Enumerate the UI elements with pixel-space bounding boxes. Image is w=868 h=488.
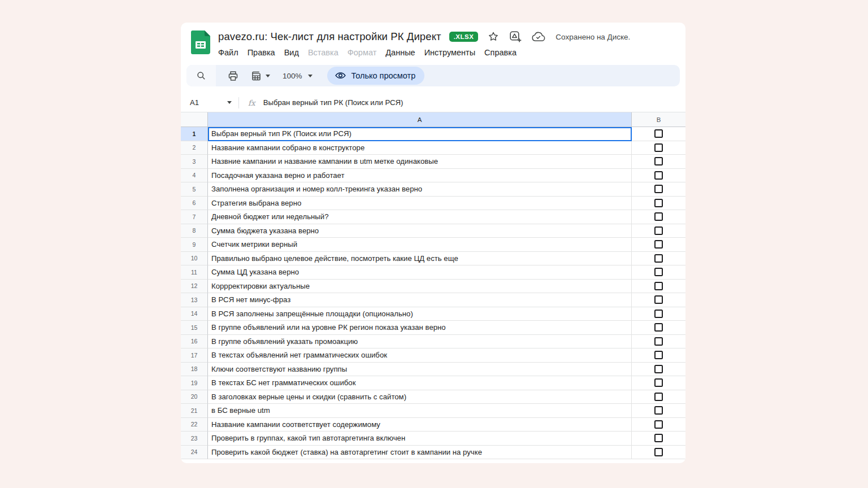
zoom-selector[interactable]: 100% — [283, 72, 313, 80]
cell-a6[interactable]: Стратегия выбрана верно — [208, 197, 632, 211]
cell-b7[interactable] — [632, 210, 685, 224]
checkbox[interactable] — [654, 393, 663, 401]
checkbox[interactable] — [654, 420, 663, 429]
print-button[interactable] — [227, 70, 239, 82]
checkbox[interactable] — [654, 323, 663, 332]
checkbox[interactable] — [654, 378, 663, 387]
row-header-9[interactable]: 9 — [181, 238, 208, 252]
checkbox[interactable] — [654, 199, 663, 207]
cell-a12[interactable]: Коррректировки актуальные — [208, 280, 632, 294]
checkbox[interactable] — [654, 254, 663, 263]
menu-item-1[interactable]: Файл — [214, 47, 243, 58]
menu-item-7[interactable]: Инструменты — [420, 47, 480, 58]
row-header-14[interactable]: 14 — [181, 307, 208, 321]
checkbox[interactable] — [654, 448, 663, 456]
cell-b8[interactable] — [632, 224, 685, 238]
menu-item-6[interactable]: Данные — [381, 47, 419, 58]
row-header-7[interactable]: 7 — [181, 210, 208, 224]
row-header-21[interactable]: 21 — [181, 404, 208, 418]
cell-a24[interactable]: Проверить какой бюджет (ставка) на автот… — [208, 446, 632, 460]
document-title[interactable]: pavezo.ru: Чек-лист для настройки РК Дир… — [218, 30, 441, 43]
row-header-15[interactable]: 15 — [181, 321, 208, 335]
row-header-24[interactable]: 24 — [181, 446, 208, 460]
cell-b4[interactable] — [632, 169, 685, 183]
checkbox[interactable] — [654, 185, 663, 193]
checkbox[interactable] — [654, 365, 663, 373]
row-header-10[interactable]: 10 — [181, 252, 208, 266]
cell-a22[interactable]: Название кампании соответствует содержим… — [208, 418, 632, 432]
sheets-logo-icon[interactable] — [191, 30, 210, 54]
menu-item-2[interactable]: Правка — [243, 47, 280, 58]
checkbox[interactable] — [654, 129, 663, 138]
checkbox[interactable] — [654, 143, 663, 152]
checkbox[interactable] — [654, 434, 663, 442]
add-shortcut-icon[interactable] — [509, 30, 522, 43]
cell-a4[interactable]: Посадочная указана верно и работает — [208, 169, 632, 183]
row-header-6[interactable]: 6 — [181, 197, 208, 211]
table-format-button[interactable] — [250, 70, 270, 82]
cell-a3[interactable]: Назвние кампании и название кампании в u… — [208, 155, 632, 169]
row-header-13[interactable]: 13 — [181, 293, 208, 307]
cell-a13[interactable]: В РСЯ нет минус-фраз — [208, 293, 632, 307]
row-header-16[interactable]: 16 — [181, 335, 208, 349]
checkbox[interactable] — [654, 240, 663, 249]
cell-b19[interactable] — [632, 376, 685, 390]
cloud-saved-icon[interactable] — [531, 30, 545, 43]
checkbox[interactable] — [654, 268, 663, 276]
cell-a11[interactable]: Сумма ЦД указана верно — [208, 265, 632, 280]
checkbox[interactable] — [654, 282, 663, 290]
row-header-4[interactable]: 4 — [181, 169, 208, 183]
checkbox[interactable] — [654, 351, 663, 359]
cell-b6[interactable] — [632, 197, 685, 211]
row-header-18[interactable]: 18 — [181, 363, 208, 377]
cell-b24[interactable] — [632, 446, 685, 460]
cell-a8[interactable]: Сумма бюджета указана верно — [208, 224, 632, 238]
star-icon[interactable] — [487, 30, 500, 43]
menu-item-8[interactable]: Справка — [480, 47, 521, 58]
cell-a20[interactable]: В заголовках верные цены и скидки (сравн… — [208, 390, 632, 404]
cell-b16[interactable] — [632, 335, 685, 349]
cell-b21[interactable] — [632, 404, 685, 418]
cell-a9[interactable]: Счетчик метрики верный — [208, 238, 632, 252]
checkbox[interactable] — [654, 157, 663, 165]
cell-a21[interactable]: в БС верные utm — [208, 404, 632, 418]
cell-b5[interactable] — [632, 182, 685, 197]
cell-b1[interactable] — [632, 127, 685, 141]
search-button[interactable] — [186, 65, 216, 86]
checkbox[interactable] — [654, 337, 663, 346]
checkbox[interactable] — [654, 226, 663, 235]
row-header-22[interactable]: 22 — [181, 418, 208, 432]
cell-b10[interactable] — [632, 252, 685, 266]
cell-a19[interactable]: В текстах БС нет грамматических ошибок — [208, 376, 632, 390]
row-header-12[interactable]: 12 — [181, 280, 208, 294]
cell-b15[interactable] — [632, 321, 685, 335]
cell-b3[interactable] — [632, 155, 685, 169]
cell-a17[interactable]: В текстах объявлений нет грамматических … — [208, 348, 632, 363]
checkbox[interactable] — [654, 295, 663, 304]
cell-b17[interactable] — [632, 348, 685, 363]
row-header-2[interactable]: 2 — [181, 141, 208, 155]
row-header-19[interactable]: 19 — [181, 376, 208, 390]
cell-b13[interactable] — [632, 293, 685, 307]
cell-a14[interactable]: В РСЯ заполнены запрещённые площадки (оп… — [208, 307, 632, 321]
cell-a2[interactable]: Название кампании собрано в конструкторе — [208, 141, 632, 155]
cell-b14[interactable] — [632, 307, 685, 321]
checkbox[interactable] — [654, 212, 663, 221]
cell-a5[interactable]: Заполнена организация и номер колл-треки… — [208, 182, 632, 197]
cell-b23[interactable] — [632, 432, 685, 446]
cell-b20[interactable] — [632, 390, 685, 404]
menu-item-3[interactable]: Вид — [280, 47, 303, 58]
cell-b2[interactable] — [632, 141, 685, 155]
row-header-23[interactable]: 23 — [181, 432, 208, 446]
row-header-1[interactable]: 1 — [181, 127, 208, 141]
cell-b12[interactable] — [632, 280, 685, 294]
row-header-5[interactable]: 5 — [181, 182, 208, 197]
formula-input[interactable]: Выбран верный тип РК (Поиск или РСЯ) — [263, 98, 403, 107]
cell-a18[interactable]: Ключи соответствуют названию группы — [208, 363, 632, 377]
cell-b9[interactable] — [632, 238, 685, 252]
row-header-20[interactable]: 20 — [181, 390, 208, 404]
select-all-corner[interactable] — [181, 112, 208, 127]
view-only-mode-button[interactable]: Только просмотр — [327, 67, 425, 85]
cell-a7[interactable]: Дневной бюджет или недельный? — [208, 210, 632, 224]
cell-a15[interactable]: В группе объявлений или на уровне РК рег… — [208, 321, 632, 335]
